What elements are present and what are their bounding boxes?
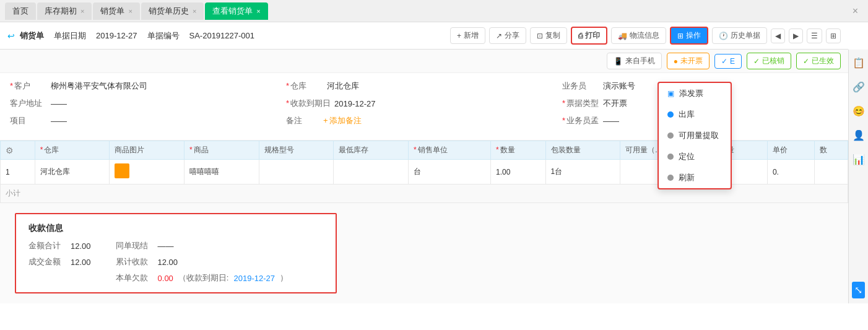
avail-label: 可用量提取	[679, 130, 719, 141]
tab-sales[interactable]: 销货单 ×	[93, 2, 139, 20]
tab-home[interactable]: 首页	[5, 2, 36, 20]
tab-sales-history-close[interactable]: ×	[193, 7, 196, 15]
sidebar-chart-icon[interactable]: 📊	[850, 151, 867, 168]
sidebar-user-icon[interactable]: 👤	[850, 127, 867, 144]
status-bar: 📱 来自手机 ● 未开票 ✓ E ✓ 已核销 ✓ 已生效	[0, 50, 848, 73]
dropdown-refresh[interactable]: 刷新	[659, 167, 731, 188]
effective-button[interactable]: ✓ 已生效	[796, 53, 841, 69]
col-product-img: 商品图片	[110, 141, 184, 160]
col-product: 商品	[184, 141, 259, 160]
copy-button[interactable]: ⊡ 复制	[530, 27, 567, 44]
operations-dropdown: ▣ 添发票 出库 可用量提取 定位 刷新	[658, 82, 732, 189]
toolbar-actions: + 新增 ↗ 分享 ⊡ 复制 ⎙ 打印	[450, 27, 841, 45]
outstanding-note: （收款到期日:	[178, 272, 229, 284]
payment-right-col: 同单现结 —— 累计收款 12.00 本单欠款 0.00 （收款到期日:	[116, 240, 288, 284]
share-button[interactable]: ↗ 分享	[489, 27, 526, 44]
grid-view-button[interactable]: ⊞	[826, 28, 841, 43]
operator-label: 业务员	[562, 80, 599, 92]
logistics-label: 物流信息	[630, 30, 659, 41]
salesperson-label: 业务员孟	[562, 115, 599, 126]
col-price: 单价	[767, 141, 814, 160]
payment-area: 收款信息 金额合计 12.00 成交金额 12.00	[0, 203, 848, 303]
operations-label: 操作	[686, 30, 701, 41]
ship-dot-icon	[667, 111, 674, 118]
project-value: ——	[51, 116, 67, 126]
history-icon: 🕐	[719, 32, 728, 40]
doc-type-icon: ↩	[7, 31, 15, 41]
tab-sales-close[interactable]: ×	[128, 7, 132, 15]
mobile-label: 来自手机	[625, 56, 655, 66]
list-view-button[interactable]: ☰	[807, 28, 822, 43]
due-date-value: 2019-12-27	[334, 99, 376, 108]
outstanding-note-end: ）	[280, 272, 288, 284]
app-container: 首页 库存期初 × 销货单 × 销货单历史 × 查看销货单 × × ↩ 销货单	[0, 0, 868, 330]
add-note-button[interactable]: 添加备注	[323, 115, 362, 126]
operations-button[interactable]: ⊞ 操作	[670, 27, 708, 45]
payment-left-col: 金额合计 12.00 成交金额 12.00	[28, 240, 91, 284]
tab-view-sales[interactable]: 查看销货单 ×	[205, 2, 267, 20]
sidebar-copy-icon[interactable]: 📋	[850, 54, 867, 71]
ship-label: 出库	[679, 109, 695, 120]
no-invoice-button[interactable]: ● 未开票	[667, 53, 710, 69]
same-order-row: 同单现结 ——	[116, 240, 288, 251]
tab-inventory[interactable]: 库存期初 ×	[37, 2, 92, 20]
project-label: 项目	[10, 115, 47, 126]
total-received-label: 累计收款	[116, 256, 153, 267]
warehouse-value: 河北仓库	[327, 80, 359, 92]
sidebar-face-icon[interactable]: 😊	[850, 103, 867, 119]
new-button[interactable]: + 新增	[450, 27, 485, 44]
dropdown-add-invoice[interactable]: ▣ 添发票	[659, 83, 731, 104]
number-label: 单据编号	[147, 30, 180, 41]
print-icon: ⎙	[578, 32, 583, 40]
logistics-icon: 🚚	[618, 32, 627, 40]
no-invoice-icon: ●	[674, 57, 678, 66]
date-value: 2019-12-27	[96, 31, 137, 40]
row-min-stock	[334, 160, 409, 185]
prev-nav-button[interactable]: ◀	[771, 28, 785, 43]
gear-icon[interactable]: ⚙	[6, 145, 14, 155]
row-unit: 台	[409, 160, 491, 185]
refresh-label: 刷新	[679, 172, 695, 183]
dropdown-locate[interactable]: 定位	[659, 146, 731, 167]
ticket-label: 票据类型	[562, 98, 599, 109]
col-settings[interactable]: ⚙	[1, 141, 35, 160]
warehouse-label: 仓库	[286, 80, 323, 92]
from-mobile-button[interactable]: 📱 来自手机	[607, 53, 662, 69]
logistics-button[interactable]: 🚚 物流信息	[611, 27, 666, 44]
same-order-label: 同单现结	[116, 240, 153, 251]
sidebar-expand-icon[interactable]: ⤡	[852, 282, 865, 298]
doc-type-label: 销货单	[20, 30, 44, 41]
dropdown-ship[interactable]: 出库	[659, 104, 731, 125]
new-label: 新增	[464, 30, 479, 41]
confirm-button[interactable]: ✓ E	[714, 54, 742, 69]
warehouse-field: 仓库 河北仓库	[286, 80, 562, 92]
add-invoice-icon: ▣	[667, 89, 674, 98]
print-label: 打印	[585, 30, 600, 41]
tab-sales-history[interactable]: 销货单历史 ×	[141, 2, 204, 20]
dropdown-avail[interactable]: 可用量提取	[659, 125, 731, 146]
address-label: 客户地址	[10, 98, 47, 109]
confirm-icon: ✓	[721, 57, 727, 66]
global-close-button[interactable]: ×	[848, 6, 863, 17]
settled-button[interactable]: ✓ 已核销	[747, 53, 791, 69]
project-field: 项目 ——	[10, 115, 286, 126]
tab-view-sales-close[interactable]: ×	[256, 7, 260, 15]
col-spec: 规格型号	[259, 141, 334, 160]
tab-view-sales-label: 查看销货单	[212, 6, 253, 17]
total-received-row: 累计收款 12.00	[116, 256, 288, 267]
total-amount-label: 金额合计	[28, 240, 66, 251]
total-amount-value: 12.00	[71, 241, 91, 251]
new-icon: +	[457, 32, 461, 40]
outstanding-label: 本单欠款	[116, 272, 153, 284]
col-pkg-qty: 包装数量	[545, 141, 620, 160]
next-nav-button[interactable]: ▶	[789, 28, 803, 43]
sidebar-link-icon[interactable]: 🔗	[850, 79, 867, 95]
locate-dot-icon	[667, 154, 674, 160]
confirm-label: E	[730, 57, 735, 66]
history-button[interactable]: 🕐 历史单据	[712, 27, 767, 44]
print-button[interactable]: ⎙ 打印	[571, 27, 607, 45]
payment-title: 收款信息	[28, 223, 323, 234]
row-price: 0.	[767, 160, 814, 185]
row-spec	[259, 160, 334, 185]
tab-inventory-close[interactable]: ×	[80, 7, 84, 15]
